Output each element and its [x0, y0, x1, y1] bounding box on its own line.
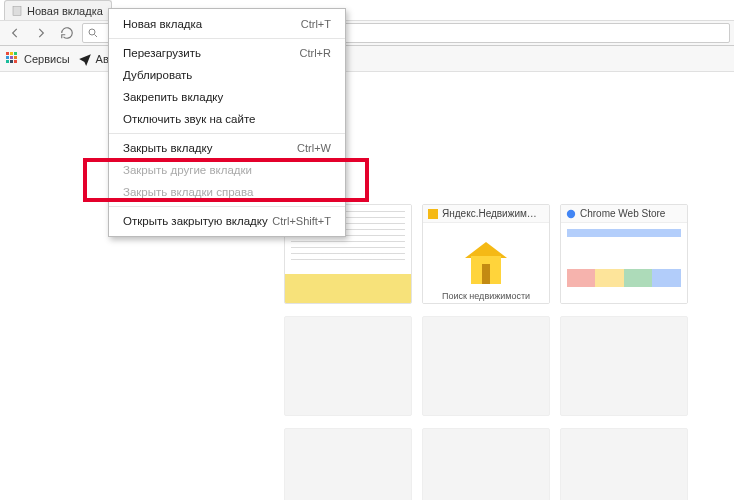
favicon	[428, 209, 438, 219]
menu-separator	[109, 206, 345, 207]
tile-thumbnail	[561, 223, 687, 303]
menu-reopen-closed[interactable]: Открыть закрытую вкладкуCtrl+Shift+T	[109, 210, 345, 232]
svg-point-1	[89, 29, 95, 35]
menu-label: Новая вкладка	[123, 18, 202, 30]
menu-separator	[109, 38, 345, 39]
menu-label: Закрыть вкладки справа	[123, 186, 253, 198]
menu-reload[interactable]: ПерезагрузитьCtrl+R	[109, 42, 345, 64]
tile-chrome-web-store[interactable]: Chrome Web Store	[560, 204, 688, 304]
menu-label: Закрепить вкладку	[123, 91, 223, 103]
menu-label: Дублировать	[123, 69, 192, 81]
tile-caption: Поиск недвижимости	[423, 291, 549, 301]
tab-title: Новая вкладка	[27, 5, 103, 17]
forward-button[interactable]	[30, 22, 52, 44]
menu-pin[interactable]: Закрепить вкладку	[109, 86, 345, 108]
svg-rect-0	[13, 6, 21, 15]
menu-label: Закрыть другие вкладки	[123, 164, 252, 176]
page-icon	[11, 5, 23, 17]
menu-label: Перезагрузить	[123, 47, 201, 59]
tile-header: Яндекс.Недвижим…	[423, 205, 549, 223]
favicon	[566, 209, 576, 219]
menu-label: Открыть закрытую вкладку	[123, 215, 268, 227]
tile-thumbnail: Поиск недвижимости	[423, 223, 549, 303]
tab-context-menu: Новая вкладкаCtrl+T ПерезагрузитьCtrl+R …	[108, 8, 346, 237]
tile-placeholder[interactable]	[284, 428, 412, 500]
menu-close-others: Закрыть другие вкладки	[109, 159, 345, 181]
menu-close-right: Закрыть вкладки справа	[109, 181, 345, 203]
menu-mute[interactable]: Отключить звук на сайте	[109, 108, 345, 130]
search-icon	[87, 27, 99, 39]
tile-title: Chrome Web Store	[580, 208, 665, 219]
speed-dial-grid: Яндекс.Недвижим… Поиск недвижимости Chro…	[284, 204, 688, 500]
menu-shortcut: Ctrl+R	[300, 47, 331, 59]
back-button[interactable]	[4, 22, 26, 44]
tile-placeholder[interactable]	[560, 316, 688, 416]
menu-label: Отключить звук на сайте	[123, 113, 255, 125]
menu-shortcut: Ctrl+T	[301, 18, 331, 30]
menu-duplicate[interactable]: Дублировать	[109, 64, 345, 86]
tile-title: Яндекс.Недвижим…	[442, 208, 537, 219]
tile-placeholder[interactable]	[560, 428, 688, 500]
tile-placeholder[interactable]	[284, 316, 412, 416]
menu-shortcut: Ctrl+W	[297, 142, 331, 154]
menu-new-tab[interactable]: Новая вкладкаCtrl+T	[109, 13, 345, 35]
tile-placeholder[interactable]	[422, 316, 550, 416]
svg-point-3	[567, 209, 575, 217]
svg-rect-2	[428, 209, 438, 219]
apps-label: Сервисы	[24, 53, 70, 65]
browser-tab[interactable]: Новая вкладка	[4, 0, 112, 20]
apps-icon	[6, 52, 20, 66]
menu-close-tab[interactable]: Закрыть вкладкуCtrl+W	[109, 137, 345, 159]
menu-separator	[109, 133, 345, 134]
tile-placeholder[interactable]	[422, 428, 550, 500]
menu-shortcut: Ctrl+Shift+T	[272, 215, 331, 227]
reload-button[interactable]	[56, 22, 78, 44]
apps-shortcut[interactable]: Сервисы	[6, 52, 70, 66]
tile-yandex-realty[interactable]: Яндекс.Недвижим… Поиск недвижимости	[422, 204, 550, 304]
plane-icon	[78, 52, 92, 66]
menu-label: Закрыть вкладку	[123, 142, 212, 154]
tile-header: Chrome Web Store	[561, 205, 687, 223]
